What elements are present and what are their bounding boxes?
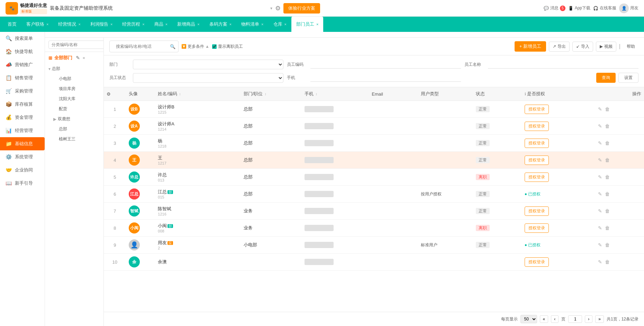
delete-icon[interactable]: 🗑 xyxy=(605,157,610,163)
nav-tab-close[interactable]: × xyxy=(261,22,263,26)
nav-tab-close[interactable]: × xyxy=(165,22,167,26)
nav-tab-close[interactable]: × xyxy=(284,22,287,26)
auth-button[interactable]: 授权登录 xyxy=(525,206,549,216)
auth-cell[interactable]: ● 已授权 xyxy=(522,237,595,254)
dept-search-input[interactable] xyxy=(48,41,104,49)
nav-tab-close[interactable]: × xyxy=(110,22,112,26)
delete-icon[interactable]: 🗑 xyxy=(605,208,610,214)
nav-tab-close[interactable]: × xyxy=(78,22,80,26)
dropdown-arrow[interactable]: ▾ xyxy=(270,6,272,11)
per-page-select[interactable]: 50 xyxy=(520,315,537,323)
nav-tab-close[interactable]: × xyxy=(229,22,232,26)
dept-tree-all[interactable]: ⊞ 全部部门 ✎ « xyxy=(45,52,103,64)
export-button[interactable]: ↗ 导出 xyxy=(549,42,570,52)
auth-cell[interactable]: 授权登录 xyxy=(522,254,595,271)
search-input[interactable] xyxy=(112,42,168,51)
delete-icon[interactable]: 🗑 xyxy=(605,106,610,112)
dept-item-3[interactable]: 沈阳大库 xyxy=(45,94,103,104)
nav-tab-经营历程[interactable]: 经营历程× xyxy=(117,17,149,32)
phone-input[interactable] xyxy=(310,74,461,82)
auth-cell[interactable]: 授权登录 xyxy=(522,220,595,237)
sidebar-item-新手引导[interactable]: 📖 新手引导 xyxy=(0,177,45,190)
dept-item-4[interactable]: 配货 xyxy=(45,104,103,114)
search-button[interactable]: 查询 xyxy=(596,73,616,83)
nav-tab-经营情况[interactable]: 经营情况× xyxy=(53,17,85,32)
delete-icon[interactable]: 🗑 xyxy=(605,174,610,180)
sidebar-item-采购管理[interactable]: 🛒 采购管理 xyxy=(0,85,45,98)
dept-select[interactable] xyxy=(133,60,283,69)
auth-cell[interactable]: 授权登录 xyxy=(522,135,595,152)
search-box[interactable]: 🔍 xyxy=(109,41,179,52)
search-btn-icon[interactable]: 🔍 xyxy=(170,44,175,49)
delete-icon[interactable]: 🗑 xyxy=(605,123,610,129)
first-page-button[interactable]: « xyxy=(540,315,548,323)
nav-tab-首页[interactable]: 首页 xyxy=(3,17,21,32)
show-resigned-label[interactable]: 显示离职员工 xyxy=(212,44,243,50)
auth-cell[interactable]: 授权登录 xyxy=(522,169,595,186)
sidebar-item-库存核算[interactable]: 📦 库存核算 xyxy=(0,98,45,111)
nav-tab-close[interactable]: × xyxy=(316,22,318,26)
sidebar-item-营销推广[interactable]: 📣 营销推广 xyxy=(0,58,45,71)
dept-item-5[interactable]: ▶双鹿想 xyxy=(45,114,103,124)
edit-icon[interactable]: ✎ xyxy=(598,225,602,231)
auth-button[interactable]: 授权登录 xyxy=(525,257,549,267)
edit-icon[interactable]: ✎ xyxy=(598,259,602,265)
help-button[interactable]: 帮助 xyxy=(623,42,638,51)
sidebar-item-销售管理[interactable]: 📋 销售管理 xyxy=(0,71,45,85)
page-number-input[interactable] xyxy=(568,315,582,323)
auth-button[interactable]: 授权登录 xyxy=(525,173,549,182)
nav-tab-部门员工[interactable]: 部门员工× xyxy=(291,17,323,32)
emp-code-input[interactable] xyxy=(310,61,461,69)
sidebar-item-基础信息[interactable]: 📁 基础信息 xyxy=(0,137,45,150)
edit-icon[interactable]: ✎ xyxy=(598,123,602,129)
collapse-icon[interactable]: « xyxy=(83,55,85,60)
nav-tab-客户联络[interactable]: 客户联络× xyxy=(21,17,53,32)
user-action[interactable]: 👤 用友 xyxy=(619,3,638,13)
edit-icon[interactable]: ✎ xyxy=(598,208,602,214)
delete-icon[interactable]: 🗑 xyxy=(605,259,610,265)
nav-tab-close[interactable]: × xyxy=(46,22,48,26)
auth-cell[interactable]: 授权登录 xyxy=(522,101,595,118)
sidebar-item-经营管理[interactable]: 📊 经营管理 xyxy=(0,124,45,137)
nav-tab-物料清单[interactable]: 物料清单× xyxy=(236,17,268,32)
auth-button[interactable]: 授权登录 xyxy=(525,156,549,165)
edit-icon[interactable]: ✎ xyxy=(598,174,602,180)
settings-icon[interactable]: ⚙ xyxy=(275,5,281,12)
nav-tab-close[interactable]: × xyxy=(142,22,144,26)
auth-cell[interactable]: 授权登录 xyxy=(522,203,595,220)
emp-name-input[interactable] xyxy=(488,61,638,69)
nav-tab-利润报告[interactable]: 利润报告× xyxy=(85,17,117,32)
auth-button[interactable]: 授权登录 xyxy=(525,122,549,131)
view-button[interactable]: ▶ 视频 xyxy=(596,42,616,52)
auth-button[interactable]: 授权登录 xyxy=(525,105,549,114)
reset-button[interactable]: 设置 xyxy=(618,73,638,83)
sidebar-item-企业协同[interactable]: 🤝 企业协同 xyxy=(0,164,45,177)
dept-item-2[interactable]: 项目库房 xyxy=(45,84,103,94)
trial-button[interactable]: 体验行业方案 xyxy=(283,3,320,14)
auth-button[interactable]: 授权登录 xyxy=(525,223,549,233)
emp-status-select[interactable] xyxy=(133,73,283,83)
dept-item-6[interactable]: 总部 xyxy=(45,124,103,134)
sidebar-item-资金管理[interactable]: 💰 资金管理 xyxy=(0,111,45,124)
edit-icon[interactable]: ✎ xyxy=(598,140,602,146)
edit-icon[interactable]: ✎ xyxy=(598,191,602,197)
sidebar-item-系统管理[interactable]: ⚙️ 系统管理 xyxy=(0,150,45,164)
edit-icon[interactable]: ✎ xyxy=(76,55,80,61)
nav-tab-新增商品[interactable]: 新增商品× xyxy=(172,17,204,32)
sidebar-item-快捷导航[interactable]: 🏠 快捷导航 xyxy=(0,45,45,58)
nav-tab-仓库[interactable]: 仓库× xyxy=(269,17,291,32)
prev-page-button[interactable]: ‹ xyxy=(551,315,559,323)
delete-icon[interactable]: 🗑 xyxy=(605,191,610,197)
online-service-action[interactable]: 🎧 在线客服 xyxy=(593,5,616,11)
dept-item-1[interactable]: 小电部 xyxy=(45,74,103,84)
edit-icon[interactable]: ✎ xyxy=(598,106,602,112)
auth-cell[interactable]: 授权登录 xyxy=(522,118,595,135)
edit-icon[interactable]: ✎ xyxy=(598,157,602,163)
last-page-button[interactable]: » xyxy=(595,315,604,323)
nav-tab-条码方案[interactable]: 条码方案× xyxy=(205,17,236,32)
next-page-button[interactable]: › xyxy=(585,315,592,323)
app-download-action[interactable]: 📱 App下载 xyxy=(568,5,590,11)
delete-icon[interactable]: 🗑 xyxy=(605,242,610,248)
edit-icon[interactable]: ✎ xyxy=(598,242,602,248)
nav-tab-商品[interactable]: 商品× xyxy=(149,17,172,32)
